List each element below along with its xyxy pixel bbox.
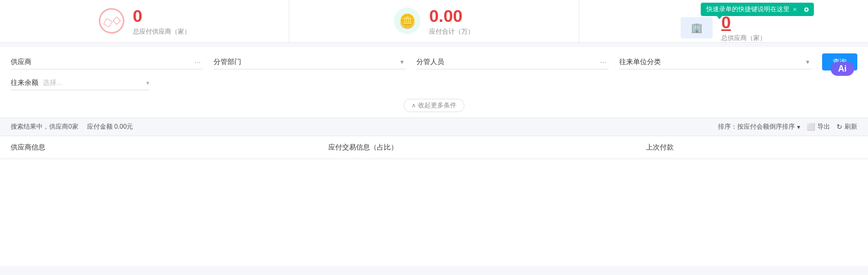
- summary-payable-suppliers: ◇ 0 总应付供应商（家）: [0, 0, 289, 42]
- person-input[interactable]: [448, 58, 598, 66]
- sort-selector[interactable]: 排序：按应付会额倒序排序 ▾: [718, 122, 800, 131]
- building-icon: 🏢: [681, 17, 713, 38]
- person-dots-button[interactable]: ···: [598, 58, 609, 66]
- table-header: 供应商信息 应付交易信息（占比） 上次付款: [0, 136, 868, 159]
- unit-class-arrow[interactable]: ▾: [804, 58, 811, 66]
- collapse-button[interactable]: ∧ 收起更多条件: [404, 99, 464, 112]
- supplier-label: 供应商: [11, 57, 31, 67]
- result-info: 搜索结果中，供应商0家 应付金额 0.00元: [11, 122, 133, 131]
- col-transaction-header: 应付交易信息（占比）: [328, 143, 646, 152]
- tooltip-text: 快速录单的快捷键说明在这里: [706, 5, 790, 14]
- supplier-filter: 供应商 ···: [11, 55, 203, 69]
- supplier-dots-button[interactable]: ···: [192, 58, 203, 66]
- result-actions: 排序：按应付会额倒序排序 ▾ ⬜ 导出 ↻ 刷新: [718, 122, 857, 131]
- col-supplier-header: 供应商信息: [11, 143, 328, 152]
- refresh-button[interactable]: ↻ 刷新: [837, 122, 857, 131]
- filter-row-2: 往来余额 选择... ▾: [11, 76, 857, 90]
- payable-total-label: 应付合计（万）: [429, 27, 474, 36]
- total-suppliers-label: 总供应商（家）: [721, 34, 766, 43]
- tooltip-bubble: 快速录单的快捷键说明在这里 ×: [701, 3, 814, 16]
- person-filter: 分管人员 ···: [416, 55, 609, 69]
- payable-suppliers-label: 总应付供应商（家）: [133, 27, 191, 36]
- balance-arrow[interactable]: ▾: [146, 80, 149, 87]
- collapse-arrow: ∧: [412, 102, 416, 109]
- result-supplier-count: 搜索结果中，供应商0家: [11, 122, 78, 131]
- department-arrow[interactable]: ▾: [398, 58, 406, 66]
- unit-class-label: 往来单位分类: [619, 57, 661, 67]
- tooltip-dot: [804, 7, 809, 12]
- summary-bar: ◇ 0 总应付供应商（家） 🪙 0.00 应付合计（万） 快速录单的快捷键说明在…: [0, 0, 868, 43]
- summary-payable-total: 🪙 0.00 应付合计（万）: [289, 0, 579, 42]
- table-area: 供应商信息 应付交易信息（占比） 上次付款: [0, 136, 868, 266]
- unit-class-filter[interactable]: 往来单位分类 ▾: [619, 55, 811, 69]
- ai-badge[interactable]: Ai: [831, 62, 854, 76]
- person-label: 分管人员: [416, 57, 444, 67]
- balance-filter[interactable]: 往来余额 选择... ▾: [11, 76, 149, 90]
- summary-total-suppliers: 快速录单的快捷键说明在这里 × 🏢 0 总供应商（家）: [579, 0, 868, 42]
- export-label: 导出: [817, 122, 830, 131]
- sort-label: 排序：按应付会额倒序排序: [718, 122, 795, 131]
- col-lastpay-header: 上次付款: [646, 143, 858, 152]
- collapse-label: 收起更多条件: [418, 101, 456, 110]
- refresh-label: 刷新: [845, 122, 857, 131]
- refresh-icon: ↻: [837, 123, 842, 131]
- table-body: [0, 159, 868, 266]
- export-button[interactable]: ⬜ 导出: [807, 122, 830, 131]
- export-icon: ⬜: [807, 123, 815, 131]
- filter-row-1: 供应商 ··· 分管部门 ▾ 分管人员 ··· 往来单位分类 ▾ 查询: [11, 53, 857, 70]
- tooltip-close-button[interactable]: ×: [793, 5, 797, 13]
- department-label: 分管部门: [214, 57, 241, 67]
- result-bar: 搜索结果中，供应商0家 应付金额 0.00元 排序：按应付会额倒序排序 ▾ ⬜ …: [0, 118, 868, 136]
- sort-arrow: ▾: [797, 123, 800, 131]
- supplier-icon: ◇: [96, 5, 127, 37]
- department-filter[interactable]: 分管部门 ▾: [214, 55, 406, 69]
- payable-suppliers-number: 0: [133, 6, 191, 26]
- payable-total-number: 0.00: [429, 6, 474, 26]
- supplier-input[interactable]: [36, 58, 192, 66]
- filter-area: 供应商 ··· 分管部门 ▾ 分管人员 ··· 往来单位分类 ▾ 查询 往来余额: [0, 47, 868, 118]
- balance-select-value: 选择...: [43, 78, 146, 88]
- collapse-bar: ∧ 收起更多条件: [11, 96, 857, 117]
- result-amount: 应付金额 0.00元: [87, 122, 133, 131]
- coin-icon: 🪙: [394, 7, 421, 34]
- balance-label: 往来余额: [11, 78, 38, 88]
